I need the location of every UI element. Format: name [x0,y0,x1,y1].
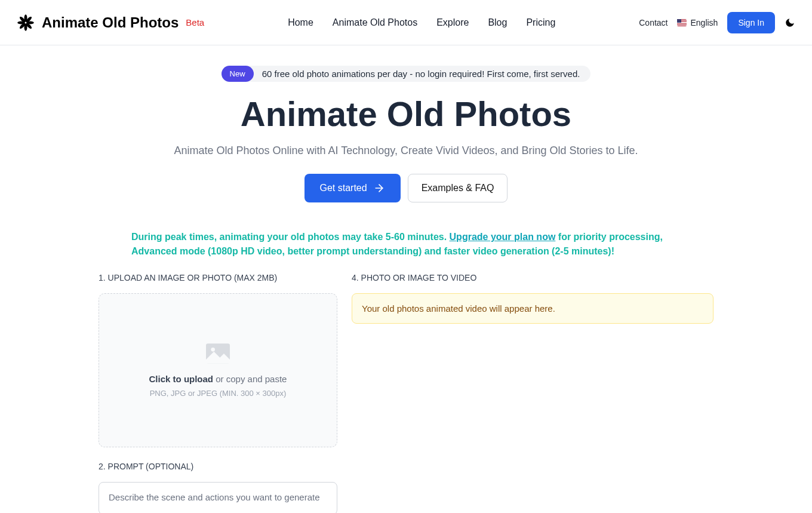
header: Animate Old Photos Beta Home Animate Old… [0,0,812,45]
nav-explore[interactable]: Explore [436,17,469,28]
flag-icon [677,19,687,26]
image-icon [206,343,230,364]
nav-blog[interactable]: Blog [488,17,507,28]
upload-dropzone[interactable]: Click to upload or copy and paste PNG, J… [99,293,337,447]
nav-animate[interactable]: Animate Old Photos [333,17,417,28]
prompt-box [99,482,337,513]
workspace: 1. UPLOAD AN IMAGE OR PHOTO (MAX 2MB) Cl… [87,273,725,513]
subtitle: Animate Old Photos Online with AI Techno… [0,145,812,157]
nav-home[interactable]: Home [288,17,313,28]
logo-text: Animate Old Photos [42,14,179,31]
svg-point-10 [211,348,215,352]
contact-link[interactable]: Contact [639,18,668,27]
step4-label: 4. PHOTO OR IMAGE TO VIDEO [352,273,713,282]
step1-label: 1. UPLOAD AN IMAGE OR PHOTO (MAX 2MB) [99,273,337,282]
hero: New 60 free old photo animations per day… [0,45,812,202]
get-started-label: Get started [320,183,367,193]
left-column: 1. UPLOAD AN IMAGE OR PHOTO (MAX 2MB) Cl… [99,273,337,513]
prompt-input[interactable] [109,492,327,502]
page-title: Animate Old Photos [0,94,812,134]
promo-text: 60 free old photo animations per day - n… [262,69,580,79]
main-nav: Home Animate Old Photos Explore Blog Pri… [288,17,555,28]
examples-faq-button[interactable]: Examples & FAQ [408,174,508,202]
promo-pill[interactable]: New 60 free old photo animations per day… [222,66,591,82]
cta-row: Get started Examples & FAQ [0,174,812,202]
get-started-button[interactable]: Get started [304,174,401,202]
beta-badge: Beta [186,17,204,27]
right-column: 4. PHOTO OR IMAGE TO VIDEO Your old phot… [352,273,713,513]
header-right: Contact English Sign In [639,12,795,33]
language-label: English [690,18,718,27]
upgrade-link[interactable]: Upgrade your plan now [450,232,556,242]
upload-main-bold: Click to upload [149,374,214,384]
dark-mode-icon[interactable] [785,17,795,28]
arrow-right-icon [373,182,385,194]
upload-main-text: Click to upload or copy and paste [149,374,287,384]
logo-group[interactable]: Animate Old Photos Beta [17,14,204,32]
notice-text-1: During peak times, animating your old ph… [131,232,450,242]
peak-notice: During peak times, animating your old ph… [119,230,693,273]
new-badge: New [222,66,254,82]
step2-label: 2. PROMPT (OPTIONAL) [99,462,337,471]
upload-main-rest: or copy and paste [213,374,287,384]
language-selector[interactable]: English [677,18,718,27]
signin-button[interactable]: Sign In [727,12,775,33]
result-placeholder-notice: Your old photos animated video will appe… [352,293,713,324]
logo-icon [17,14,35,32]
upload-sub-text: PNG, JPG or JPEG (MIN. 300 × 300px) [150,389,287,398]
nav-pricing[interactable]: Pricing [526,17,555,28]
